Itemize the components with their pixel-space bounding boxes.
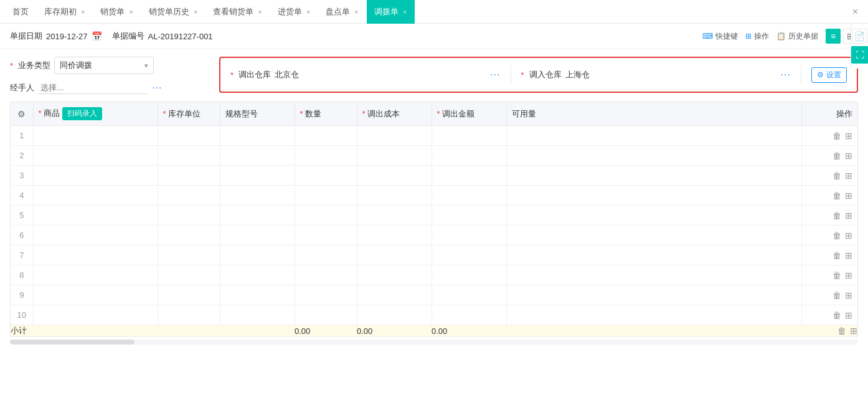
row-qty[interactable] <box>295 265 357 285</box>
row-product[interactable] <box>33 226 158 245</box>
row-copy-icon[interactable]: ⊞ <box>845 250 852 260</box>
row-qty[interactable] <box>295 146 357 166</box>
panel-expand-btn[interactable]: ⛶ <box>851 46 869 64</box>
row-delete-icon[interactable]: 🗑 <box>833 270 841 280</box>
row-delete-icon[interactable]: 🗑 <box>833 231 841 240</box>
row-cost[interactable] <box>357 305 432 325</box>
row-copy-icon[interactable]: ⊞ <box>845 270 852 280</box>
row-copy-icon[interactable]: ⊞ <box>845 191 852 201</box>
person-input[interactable] <box>38 82 148 94</box>
business-type-select[interactable]: 同价调拨 ▾ <box>54 57 154 74</box>
tab-close-purchase[interactable]: × <box>306 8 310 16</box>
row-amount[interactable] <box>432 186 506 206</box>
view-list-btn[interactable]: ≡ <box>826 29 841 44</box>
row-delete-icon[interactable]: 🗑 <box>833 290 841 300</box>
row-unit[interactable] <box>158 265 220 285</box>
row-available[interactable] <box>506 126 801 146</box>
row-cost[interactable] <box>357 285 432 305</box>
row-available[interactable] <box>506 305 801 325</box>
row-available[interactable] <box>506 166 801 186</box>
row-copy-icon[interactable]: ⊞ <box>845 231 852 240</box>
row-unit[interactable] <box>158 245 220 265</box>
tab-view-sales[interactable]: 查看销货单 × <box>205 0 270 24</box>
row-amount[interactable] <box>432 126 506 146</box>
row-spec[interactable] <box>220 166 295 186</box>
row-unit[interactable] <box>158 166 220 186</box>
transfer-in-more-btn[interactable]: ··· <box>781 69 791 80</box>
row-amount[interactable] <box>432 206 506 226</box>
person-more-btn[interactable]: ··· <box>152 82 162 93</box>
row-spec[interactable] <box>220 265 295 285</box>
row-delete-icon[interactable]: 🗑 <box>833 250 841 260</box>
row-qty[interactable] <box>295 166 357 186</box>
row-product[interactable] <box>33 265 158 285</box>
row-unit[interactable] <box>158 206 220 226</box>
calendar-icon[interactable]: 📅 <box>92 31 102 41</box>
row-cost[interactable] <box>357 146 432 166</box>
row-qty[interactable] <box>295 245 357 265</box>
row-available[interactable] <box>506 186 801 206</box>
tab-home[interactable]: 首页 <box>5 0 37 24</box>
row-amount[interactable] <box>432 265 506 285</box>
row-available[interactable] <box>506 226 801 245</box>
row-spec[interactable] <box>220 126 295 146</box>
history-btn[interactable]: 📋 历史单据 <box>776 31 818 42</box>
row-product[interactable] <box>33 245 158 265</box>
row-unit[interactable] <box>158 285 220 305</box>
row-qty[interactable] <box>295 285 357 305</box>
row-cost[interactable] <box>357 166 432 186</box>
tab-close-sales-history[interactable]: × <box>194 8 197 16</box>
transfer-in-value[interactable]: 上海仓 <box>565 69 777 80</box>
transfer-out-more-btn[interactable]: ··· <box>490 69 500 80</box>
tab-close-view-sales[interactable]: × <box>258 8 262 16</box>
row-cost[interactable] <box>357 265 432 285</box>
row-spec[interactable] <box>220 146 295 166</box>
row-delete-icon[interactable]: 🗑 <box>833 171 841 181</box>
row-cost[interactable] <box>357 245 432 265</box>
row-spec[interactable] <box>220 206 295 226</box>
row-delete-icon[interactable]: 🗑 <box>833 191 841 201</box>
row-available[interactable] <box>506 265 801 285</box>
row-qty[interactable] <box>295 226 357 245</box>
row-amount[interactable] <box>432 245 506 265</box>
row-cost[interactable] <box>357 206 432 226</box>
row-copy-icon[interactable]: ⊞ <box>845 310 852 320</box>
row-copy-icon[interactable]: ⊞ <box>845 211 852 221</box>
tab-close-inventory-init[interactable]: × <box>81 8 85 16</box>
row-cost[interactable] <box>357 186 432 206</box>
row-product[interactable] <box>33 126 158 146</box>
row-delete-icon[interactable]: 🗑 <box>833 211 841 221</box>
tab-sales-order[interactable]: 销货单 × <box>93 0 141 24</box>
row-amount[interactable] <box>432 166 506 186</box>
tab-stocktake[interactable]: 盘点单 × <box>318 0 366 24</box>
operations-btn[interactable]: ⊞ 操作 <box>745 31 769 42</box>
row-cost[interactable] <box>357 126 432 146</box>
tab-sales-history[interactable]: 销货单历史 × <box>141 0 205 24</box>
row-unit[interactable] <box>158 146 220 166</box>
row-unit[interactable] <box>158 186 220 206</box>
row-amount[interactable] <box>432 146 506 166</box>
scroll-thumb[interactable] <box>10 340 134 345</box>
panel-doc-btn[interactable]: 📄 <box>852 29 867 44</box>
tab-inventory-init[interactable]: 库存期初 × <box>37 0 93 24</box>
tab-close-transfer[interactable]: × <box>403 8 407 16</box>
row-cost[interactable] <box>357 226 432 245</box>
row-delete-icon[interactable]: 🗑 <box>833 151 841 161</box>
row-unit[interactable] <box>158 126 220 146</box>
horizontal-scrollbar[interactable] <box>10 340 858 345</box>
row-product[interactable] <box>33 146 158 166</box>
row-product[interactable] <box>33 285 158 305</box>
row-spec[interactable] <box>220 245 295 265</box>
row-delete-icon[interactable]: 🗑 <box>833 131 841 141</box>
subtotal-copy-icon[interactable]: ⊞ <box>850 326 857 336</box>
row-qty[interactable] <box>295 305 357 325</box>
tab-transfer[interactable]: 调拨单 × <box>367 0 415 24</box>
row-amount[interactable] <box>432 285 506 305</box>
row-product[interactable] <box>33 186 158 206</box>
row-qty[interactable] <box>295 126 357 146</box>
row-unit[interactable] <box>158 226 220 245</box>
tab-close-sales-order[interactable]: × <box>129 8 133 16</box>
tab-close-stocktake[interactable]: × <box>354 8 358 16</box>
row-copy-icon[interactable]: ⊞ <box>845 151 852 161</box>
row-product[interactable] <box>33 305 158 325</box>
